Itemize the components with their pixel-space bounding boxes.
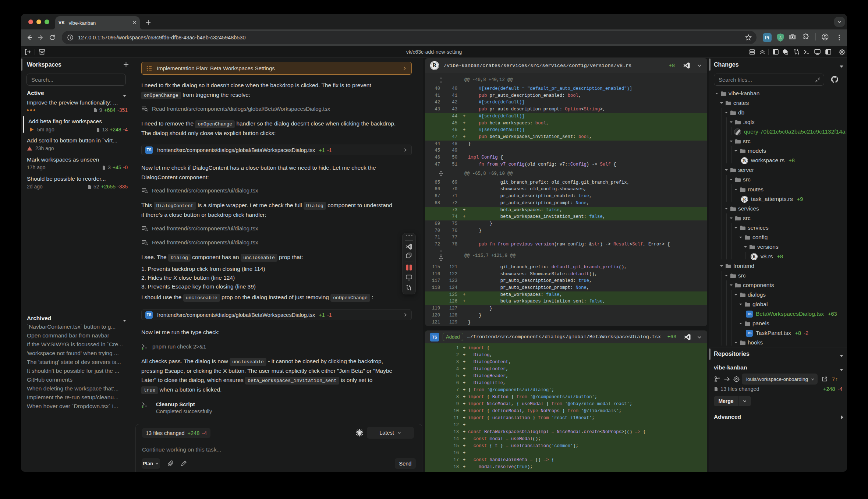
svg-text:L: L	[779, 35, 782, 40]
